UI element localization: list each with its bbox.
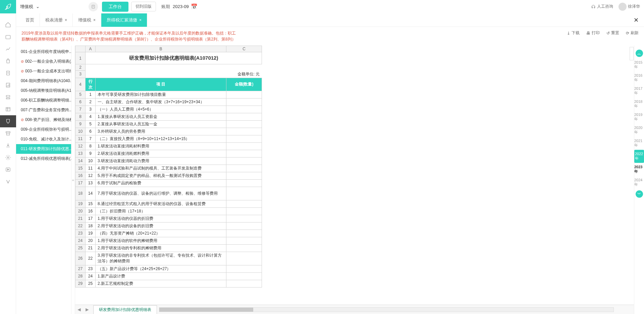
year-item[interactable]: 2017年 [634, 84, 644, 98]
side-icon-play[interactable] [0, 164, 16, 176]
collapse-tree-handle[interactable] [71, 46, 75, 314]
switch-old-button[interactable]: 切到旧版 [131, 2, 156, 11]
item-cell[interactable]: 2.研发活动直接消耗燃料费用 [96, 150, 226, 157]
hscroll-track[interactable] [159, 307, 614, 312]
row-num-cell[interactable]: 5 [86, 120, 96, 128]
tree-item[interactable]: 011-研发费用加计扣除优惠... [16, 144, 71, 154]
tab-税表清册[interactable]: 税表清册× [40, 13, 73, 27]
tree-item[interactable]: 008-资产折旧、摊销及纳税... [16, 115, 71, 125]
year-item[interactable]: 2023年 [634, 163, 644, 176]
col-header-A[interactable]: A [86, 46, 96, 52]
row-num-cell[interactable]: 3 [86, 106, 96, 113]
tree-item[interactable]: 006-职工薪酬纳税调整明细... [16, 96, 71, 105]
item-cell[interactable]: 3.研发活动直接消耗动力费用 [96, 157, 226, 165]
side-icon-clipboard[interactable] [0, 67, 16, 79]
item-cell[interactable]: 1.用于研发活动的仪器的折旧费 [96, 215, 226, 222]
row-num-cell[interactable]: 16 [86, 207, 96, 215]
item-cell[interactable]: 2.用于研发活动的专利权的摊销费用 [96, 244, 226, 252]
item-cell[interactable]: 2.用于研发活动的设备的折旧费 [96, 222, 226, 230]
side-icon-report[interactable] [0, 79, 16, 91]
col-header-B[interactable]: B [96, 46, 226, 52]
side-icon-download[interactable] [0, 139, 16, 151]
item-cell[interactable]: 5.用于不构成固定资产的样品、样机及一般测试手段购置费 [96, 172, 226, 179]
tax-type-selector[interactable]: 增值税 ⌄ [20, 4, 80, 10]
amount-cell[interactable] [226, 272, 262, 280]
side-icon-folder[interactable] [0, 31, 16, 43]
item-cell[interactable]: （三）折旧费用（17+18） [96, 207, 226, 215]
side-icon-v[interactable] [0, 176, 16, 188]
row-num-cell[interactable]: 12 [86, 172, 96, 179]
sheet-next-button[interactable]: ► [83, 306, 91, 314]
sheet-tab[interactable]: 研发费用加计扣除优惠明细表 [93, 305, 157, 314]
amount-cell[interactable] [226, 244, 262, 252]
amount-cell[interactable] [226, 252, 262, 265]
item-cell[interactable]: 一、自主研发、合作研发、集中研发（3+7+16+19+23+34） [96, 98, 226, 106]
year-expand-handle[interactable] [630, 47, 634, 60]
amount-cell[interactable] [226, 265, 262, 272]
row-num-cell[interactable]: 7 [86, 135, 96, 142]
app-logo[interactable] [0, 0, 16, 13]
amount-cell[interactable] [226, 165, 262, 172]
side-icon-bag[interactable] [0, 55, 16, 67]
tree-item[interactable]: 002-一般企业收入明细表(A... [16, 57, 71, 66]
side-icon-tax[interactable] [0, 115, 16, 127]
side-icon-table[interactable] [0, 103, 16, 115]
row-num-cell[interactable]: 20 [86, 237, 96, 244]
item-cell[interactable]: 1.研发活动直接消耗材料费用 [96, 142, 226, 150]
year-item[interactable]: 2022年 [634, 150, 644, 163]
refresh-link[interactable]: ⟳刷新 [626, 30, 639, 36]
item-cell[interactable]: （二）直接投入费用（8+9+10+11+12+13+14+15） [96, 135, 226, 142]
tree-item[interactable]: 004-期间费用明细表(A1040... [16, 76, 71, 86]
amount-cell[interactable] [226, 120, 262, 128]
col-header-C[interactable]: C [226, 46, 262, 52]
calendar-icon[interactable]: 📅 [191, 3, 198, 10]
tree-item[interactable]: 010-免税、减计收入及加计... [16, 134, 71, 144]
item-cell[interactable]: 8.通过经营租赁方式租入的用于研发活动的仪器、设备租赁费 [96, 200, 226, 207]
row-num-cell[interactable]: 6 [86, 128, 96, 135]
item-cell[interactable]: 1.直接从事研发活动人员工资薪金 [96, 113, 226, 120]
user-menu[interactable]: 徐泽华 [619, 3, 640, 11]
year-down-button[interactable]: ︾ [636, 190, 643, 198]
tab-增值税[interactable]: 增值税× [73, 13, 101, 27]
tab-close-icon[interactable]: × [139, 18, 142, 22]
tree-item[interactable]: 005-纳税调整项目明细表(A1... [16, 86, 71, 96]
year-item[interactable]: 2018年 [634, 98, 644, 111]
consult-link[interactable]: 人工咨询 [591, 4, 613, 9]
amount-cell[interactable] [226, 200, 262, 207]
item-cell[interactable]: 3.用于研发活动的非专利技术（包括许可证、专有技术、设计和计算方法等）的摊销费用 [96, 252, 226, 265]
side-icon-archive[interactable] [0, 127, 16, 139]
row-num-cell[interactable]: 9 [86, 150, 96, 157]
row-num-cell[interactable]: 14 [86, 187, 96, 200]
row-num-cell[interactable]: 8 [86, 142, 96, 150]
year-item[interactable]: 2021年 [634, 137, 644, 150]
tree-item[interactable]: 012-减免所得税优惠明细表(... [16, 154, 71, 164]
row-num-cell[interactable]: 15 [86, 200, 96, 207]
close-tabs-button[interactable]: ✕ [632, 16, 640, 24]
sheet-prev-button[interactable]: ◄ [75, 306, 83, 314]
item-cell[interactable]: 本年可享受研发费用加计扣除项目数量 [96, 91, 226, 98]
amount-cell[interactable] [226, 113, 262, 120]
download-link[interactable]: ⤓下载 [567, 30, 580, 36]
year-item[interactable]: 2019年 [634, 111, 644, 124]
amount-cell[interactable] [226, 98, 262, 106]
amount-cell[interactable] [226, 157, 262, 165]
side-icon-asset[interactable] [0, 91, 16, 103]
row-num-cell[interactable]: 4 [86, 113, 96, 120]
tree-item[interactable]: 007-广告费和业务宣传费跨... [16, 105, 71, 115]
item-cell[interactable]: 2.直接从事研发活动人员五险一金 [96, 120, 226, 128]
row-num-cell[interactable]: 18 [86, 222, 96, 230]
row-num-cell[interactable]: 25 [86, 280, 96, 287]
year-item[interactable]: 2015年 [634, 58, 644, 71]
item-cell[interactable]: 1.用于研发活动的软件的摊销费用 [96, 237, 226, 244]
amount-cell[interactable] [226, 142, 262, 150]
item-cell[interactable]: （一）人员人工费用（4+5+6） [96, 106, 226, 113]
year-item[interactable]: 2024年 [634, 176, 644, 189]
amount-cell[interactable] [226, 222, 262, 230]
item-cell[interactable]: 6.用于试制产品的检验费 [96, 179, 226, 187]
row-num-cell[interactable]: 11 [86, 165, 96, 172]
item-cell[interactable]: （五）新产品设计费等（24+25+26+27） [96, 265, 226, 272]
year-item[interactable]: 2020年 [634, 124, 644, 137]
row-num-cell[interactable]: 19 [86, 230, 96, 237]
amount-cell[interactable] [226, 91, 262, 98]
year-item[interactable]: 2016年 [634, 71, 644, 84]
